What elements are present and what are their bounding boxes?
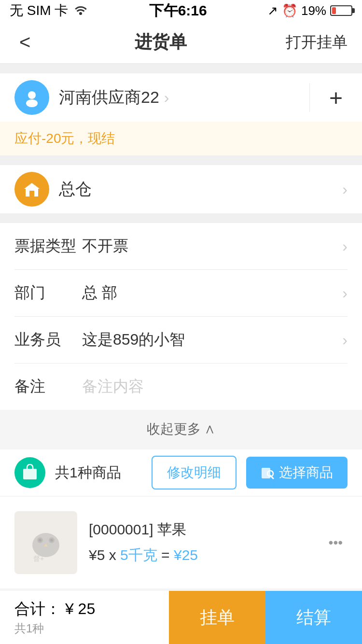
multiply-sign: x — [109, 547, 120, 563]
svg-point-1 — [26, 99, 38, 107]
svg-text:督+: 督+ — [33, 555, 44, 562]
settle-button[interactable]: 结算 — [265, 591, 362, 644]
product-thumbnail: 督+ — [14, 511, 77, 574]
total-count: 共1种 — [14, 621, 154, 636]
sales-label: 业务员 — [14, 329, 82, 350]
supplier-info: 河南供应商22 › — [14, 80, 295, 115]
total-amount: ¥ 25 — [65, 600, 95, 617]
page-title: 进货单 — [135, 30, 187, 54]
carrier-text: 无 SIM 卡 — [10, 1, 68, 20]
supplier-name: 河南供应商22 — [59, 86, 159, 109]
divider-1 — [0, 155, 362, 165]
back-button[interactable]: < — [14, 27, 35, 58]
svg-point-14 — [39, 539, 42, 542]
total-section: 合计： ¥ 25 共1种 — [0, 599, 169, 636]
sales-chevron-icon: › — [342, 331, 348, 349]
unit-price: ¥5 — [89, 547, 105, 563]
product-item: 督+ [0000001] 苹果 ¥5 x 5千克 = ¥25 ••• — [0, 497, 362, 588]
hang-button[interactable]: 挂单 — [169, 591, 265, 644]
invoice-type-row[interactable]: 票据类型 不开票 › — [0, 223, 362, 269]
select-product-button[interactable]: 选择商品 — [246, 457, 348, 489]
form-section: 票据类型 不开票 › 部门 总 部 › 业务员 这是859的小智 › 备注 备注… — [0, 223, 362, 410]
wifi-icon — [73, 3, 88, 18]
product-count-text: 共1种商品 — [55, 463, 142, 483]
location-icon: ↗ — [267, 3, 278, 18]
supplier-chevron-icon: › — [164, 89, 169, 107]
collapse-text: 收起更多 ∧ — [147, 420, 216, 438]
remark-label: 备注 — [14, 376, 82, 397]
product-icon — [14, 457, 45, 488]
status-left: 无 SIM 卡 — [10, 1, 88, 20]
sales-value: 这是859的小智 — [82, 329, 337, 350]
dept-label: 部门 — [14, 282, 82, 304]
open-pending-button[interactable]: 打开挂单 — [286, 32, 348, 53]
svg-rect-4 — [29, 191, 34, 196]
product-code: [0000001] — [89, 521, 153, 537]
product-name: [0000001] 苹果 — [89, 520, 312, 540]
product-title: 苹果 — [157, 521, 186, 537]
svg-point-0 — [28, 91, 36, 99]
svg-point-15 — [50, 539, 53, 542]
status-right: ↗ ⏰ 19% — [267, 3, 352, 18]
product-price-row: ¥5 x 5千克 = ¥25 — [89, 546, 312, 565]
invoice-label: 票据类型 — [14, 236, 82, 257]
vertical-divider — [309, 83, 310, 112]
divider-2 — [0, 213, 362, 223]
add-supplier-button[interactable]: + — [324, 80, 348, 116]
supplier-notice: 应付-20元，现结 — [0, 122, 362, 155]
invoice-value: 不开票 — [82, 236, 337, 257]
alarm-icon: ⏰ — [282, 3, 297, 18]
supplier-avatar — [14, 80, 49, 115]
edit-detail-button[interactable]: 修改明细 — [152, 456, 237, 490]
qty-value: 5千克 — [120, 547, 157, 563]
nav-bar: < 进货单 打开挂单 — [0, 21, 362, 64]
department-row[interactable]: 部门 总 部 › — [0, 270, 362, 316]
salesperson-row[interactable]: 业务员 这是859的小智 › — [0, 317, 362, 363]
select-product-label: 选择商品 — [279, 463, 333, 482]
status-time: 下午6:16 — [149, 1, 207, 21]
equals-sign: = — [161, 547, 174, 563]
warehouse-row[interactable]: 总仓 › — [0, 165, 362, 213]
remark-input[interactable]: 备注内容 — [82, 376, 348, 397]
warehouse-icon — [14, 172, 49, 207]
collapse-bar[interactable]: 收起更多 ∧ — [0, 410, 362, 448]
dept-value: 总 部 — [82, 282, 337, 304]
svg-marker-3 — [24, 183, 40, 189]
battery-icon — [330, 5, 352, 16]
supplier-row[interactable]: 河南供应商22 › + — [0, 73, 362, 122]
bottom-bar: 合计： ¥ 25 共1种 挂单 结算 — [0, 591, 362, 644]
total-row: 合计： ¥ 25 — [14, 599, 154, 620]
subtotal: ¥25 — [174, 547, 198, 563]
svg-rect-5 — [23, 469, 37, 479]
invoice-chevron-icon: › — [342, 238, 348, 255]
product-info: [0000001] 苹果 ¥5 x 5千克 = ¥25 — [89, 520, 312, 565]
top-divider — [0, 64, 362, 73]
product-header: 共1种商品 修改明细 选择商品 — [0, 449, 362, 496]
battery-text: 19% — [301, 3, 326, 18]
warehouse-chevron-icon: › — [342, 181, 348, 198]
total-label: 合计： — [14, 600, 61, 617]
status-bar: 无 SIM 卡 下午6:16 ↗ ⏰ 19% — [0, 0, 362, 21]
product-more-button[interactable]: ••• — [324, 530, 348, 555]
remark-row[interactable]: 备注 备注内容 — [0, 364, 362, 410]
warehouse-name: 总仓 — [59, 178, 337, 200]
dept-chevron-icon: › — [342, 284, 348, 302]
